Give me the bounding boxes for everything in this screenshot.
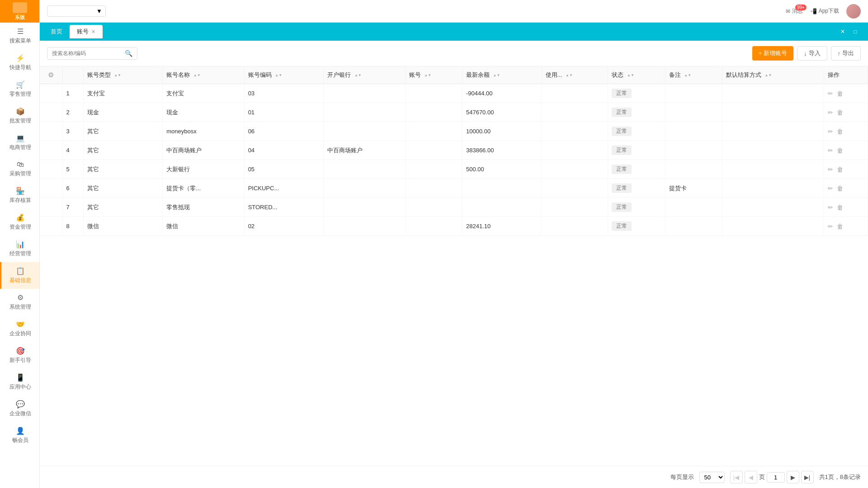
- status-badge: 正常: [612, 108, 632, 117]
- col-settlement[interactable]: 默认结算方式 ▲▼: [722, 66, 824, 84]
- sidebar-item-basic-info[interactable]: 📋 基础信息: [0, 262, 39, 289]
- tab-home[interactable]: 首页: [43, 25, 70, 38]
- page-prev-btn[interactable]: ◀: [745, 471, 757, 483]
- cell-account: [405, 103, 462, 122]
- export-icon: ↑: [838, 50, 841, 57]
- col-usage[interactable]: 使用... ▲▼: [542, 66, 608, 84]
- sidebar-item-retail-mgmt[interactable]: 🛒 零售管理: [0, 76, 39, 103]
- col-usage-sort-icon[interactable]: ▲▼: [566, 73, 573, 77]
- col-bank[interactable]: 开户银行 ▲▼: [324, 66, 405, 84]
- cell-bank: [324, 179, 405, 198]
- cell-type: 其它: [83, 141, 163, 160]
- col-type-sort-icon[interactable]: ▲▼: [114, 73, 121, 77]
- sidebar-item-finance-mgmt[interactable]: 💰 资金管理: [0, 209, 39, 235]
- col-code[interactable]: 账号编码 ▲▼: [244, 66, 324, 84]
- page-size-select[interactable]: 50 100 200: [699, 472, 725, 483]
- sidebar-item-ecommerce-mgmt[interactable]: 💻 电商管理: [0, 129, 39, 156]
- sidebar-item-inventory[interactable]: 🏪 库存核算: [0, 182, 39, 209]
- col-account-sort-icon[interactable]: ▲▼: [424, 73, 431, 77]
- sidebar-item-wholesale-mgmt[interactable]: 📦 批发管理: [0, 103, 39, 129]
- sidebar-item-label-new-guide: 新手引导: [9, 357, 31, 364]
- col-bank-sort-icon[interactable]: ▲▼: [354, 73, 362, 77]
- cell-name: 现金: [163, 103, 244, 122]
- tab-accounts-close-icon[interactable]: ✕: [91, 29, 95, 35]
- sidebar-item-app-center[interactable]: 📱 应用中心: [0, 369, 39, 395]
- user-avatar[interactable]: [846, 4, 861, 19]
- sidebar-item-operations-mgmt[interactable]: 📊 经营管理: [0, 235, 39, 262]
- sidebar-item-member[interactable]: 👤 畅会员: [0, 422, 39, 449]
- edit-icon[interactable]: ✏: [828, 185, 833, 192]
- cell-bank: [324, 84, 405, 103]
- col-type[interactable]: 账号类型 ▲▼: [83, 66, 163, 84]
- search-icon[interactable]: 🔍: [125, 50, 132, 57]
- sidebar-item-purchase-mgmt[interactable]: 🛍 采购管理: [0, 156, 39, 182]
- export-label: 导出: [842, 49, 854, 57]
- edit-icon[interactable]: ✏: [828, 147, 833, 154]
- cell-status: 正常: [608, 160, 665, 179]
- cell-bank: [324, 103, 405, 122]
- table-row: 7 其它 零售抵现 STORED... 正常 ✏ 🗑: [40, 198, 868, 217]
- col-code-sort-icon[interactable]: ▲▼: [275, 73, 282, 77]
- delete-icon[interactable]: 🗑: [837, 166, 843, 173]
- col-name-sort-icon[interactable]: ▲▼: [193, 73, 201, 77]
- sidebar-item-enterprise-wechat[interactable]: 💬 企业微信: [0, 395, 39, 422]
- delete-icon[interactable]: 🗑: [837, 109, 843, 116]
- col-remark-sort-icon[interactable]: ▲▼: [684, 73, 691, 77]
- col-name[interactable]: 账号名称 ▲▼: [163, 66, 244, 84]
- page-next-btn[interactable]: ▶: [787, 471, 799, 483]
- delete-icon[interactable]: 🗑: [837, 185, 843, 192]
- col-balance[interactable]: 最新余额 ▲▼: [462, 66, 542, 84]
- delete-icon[interactable]: 🗑: [837, 90, 843, 97]
- sidebar-item-system-mgmt[interactable]: ⚙ 系统管理: [0, 289, 39, 315]
- delete-icon[interactable]: 🗑: [837, 128, 843, 135]
- export-button[interactable]: ↑ 导出: [831, 46, 861, 61]
- cell-type: 其它: [83, 179, 163, 198]
- topbar-message-btn[interactable]: ✉ 消息 99+: [786, 7, 803, 15]
- col-status-sort-icon[interactable]: ▲▼: [627, 73, 634, 77]
- cell-settings: [40, 103, 62, 122]
- search-input[interactable]: [52, 50, 125, 56]
- sidebar-item-quick-nav[interactable]: ⚡ 快捷导航: [0, 49, 39, 76]
- finance-mgmt-icon: 💰: [16, 213, 25, 222]
- cell-status: 正常: [608, 198, 665, 217]
- edit-icon[interactable]: ✏: [828, 223, 833, 230]
- page-last-btn[interactable]: ▶|: [801, 471, 814, 483]
- col-status-label: 状态: [612, 71, 623, 78]
- status-badge: 正常: [612, 89, 632, 98]
- sidebar-item-new-guide[interactable]: 🎯 新手引导: [0, 342, 39, 369]
- search-box[interactable]: 🔍: [47, 47, 137, 60]
- topbar-app-download-btn[interactable]: 📲 App下载: [810, 7, 839, 15]
- cell-name: moneybosx: [163, 122, 244, 141]
- topbar-search-box[interactable]: ▼: [47, 5, 106, 17]
- table-row: 8 微信 微信 02 28241.10 正常 ✏ 🗑: [40, 217, 868, 236]
- edit-icon[interactable]: ✏: [828, 166, 833, 173]
- column-settings-icon[interactable]: ⚙: [43, 71, 59, 79]
- tab-accounts[interactable]: 账号 ✕: [70, 25, 103, 38]
- delete-icon[interactable]: 🗑: [837, 223, 843, 230]
- window-close-btn[interactable]: ✕: [837, 26, 848, 37]
- edit-icon[interactable]: ✏: [828, 109, 833, 116]
- sidebar-item-enterprise-coop[interactable]: 🤝 企业协同: [0, 315, 39, 342]
- delete-icon[interactable]: 🗑: [837, 204, 843, 211]
- cell-type: 微信: [83, 217, 163, 236]
- col-account[interactable]: 账号 ▲▼: [405, 66, 462, 84]
- col-remark[interactable]: 备注 ▲▼: [665, 66, 722, 84]
- app-download-label: App下载: [819, 7, 839, 15]
- delete-icon[interactable]: 🗑: [837, 147, 843, 154]
- edit-icon[interactable]: ✏: [828, 204, 833, 211]
- window-maximize-btn[interactable]: □: [850, 26, 861, 37]
- col-status[interactable]: 状态 ▲▼: [608, 66, 665, 84]
- toolbar-right: + 新增账号 ↓ 导入 ↑ 导出: [752, 46, 861, 61]
- page-first-btn[interactable]: |◀: [730, 471, 743, 483]
- page-input[interactable]: [767, 472, 785, 483]
- import-button[interactable]: ↓ 导入: [797, 46, 827, 61]
- edit-icon[interactable]: ✏: [828, 128, 833, 135]
- status-badge: 正常: [612, 164, 632, 174]
- sidebar-item-search-menu[interactable]: ☰ 搜索菜单: [0, 23, 39, 49]
- topbar-search-input[interactable]: [51, 8, 96, 14]
- col-balance-sort-icon[interactable]: ▲▼: [493, 73, 500, 77]
- col-settings[interactable]: ⚙: [40, 66, 62, 84]
- edit-icon[interactable]: ✏: [828, 90, 833, 97]
- col-settlement-sort-icon[interactable]: ▲▼: [765, 73, 772, 77]
- add-account-button[interactable]: + 新增账号: [752, 46, 793, 61]
